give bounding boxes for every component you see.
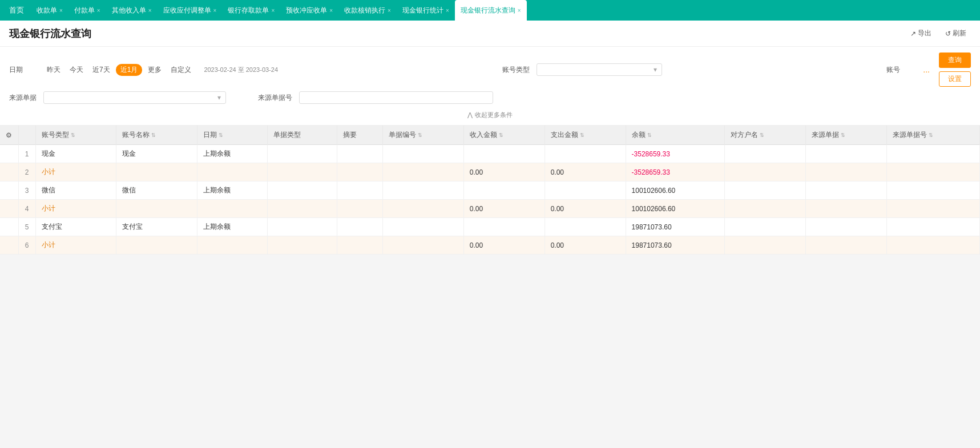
row-gear-cell	[0, 163, 18, 181]
row-source-doc	[805, 145, 886, 163]
query-button[interactable]: 查询	[939, 53, 971, 68]
tab-qita[interactable]: 其他收入单×	[106, 0, 158, 21]
row-balance: 19871073.60	[626, 236, 724, 255]
row-acct-type: 小计	[35, 163, 116, 181]
chevron-down-icon: ▾	[654, 66, 657, 74]
source-doc-no-label: 来源单据号	[258, 93, 292, 103]
tab-yushou-close[interactable]: ×	[329, 7, 333, 14]
tab-yinhang[interactable]: 银行存取款单×	[222, 0, 280, 21]
col-source-no-sort-icon: ⇅	[929, 132, 933, 138]
col-acct-name[interactable]: 账号名称⇅	[116, 126, 197, 145]
row-gear-cell	[0, 145, 18, 163]
row-num-cell: 4	[18, 200, 35, 218]
row-counterpart	[724, 181, 805, 200]
chevron-down-icon2: ▾	[217, 94, 221, 102]
col-gear[interactable]: ⚙	[0, 126, 18, 145]
row-summary	[337, 200, 383, 218]
col-expense-sort-icon: ⇅	[580, 132, 584, 138]
row-income: 0.00	[463, 163, 545, 181]
tab-liushui[interactable]: 现金银行流水查询×	[455, 0, 527, 21]
tab-hexiao[interactable]: 收款核销执行×	[338, 0, 397, 21]
account-type-select[interactable]: ▾	[537, 63, 662, 76]
date-options: 昨天今天近7天近1月更多自定义	[43, 64, 195, 76]
col-doc-type: 单据类型	[267, 126, 337, 145]
tab-tongji[interactable]: 现金银行统计×	[397, 0, 455, 21]
tab-hexiao-close[interactable]: ×	[388, 7, 391, 14]
tab-yingshou[interactable]: 应收应付调整单×	[158, 0, 223, 21]
col-balance[interactable]: 余额⇅	[626, 126, 724, 145]
refresh-icon: ↺	[945, 30, 951, 38]
tab-liushui-close[interactable]: ×	[518, 7, 521, 14]
col-income[interactable]: 收入金额⇅	[463, 126, 545, 145]
col-acct-type[interactable]: 账号类型⇅	[35, 126, 116, 145]
row-source-no	[886, 181, 979, 200]
row-acct-name	[116, 236, 197, 255]
collapse-icon: ⋀	[467, 111, 473, 118]
row-summary	[337, 218, 383, 236]
table-wrap: ⚙账号类型⇅账号名称⇅日期⇅单据类型摘要单据编号⇅收入金额⇅支出金额⇅余额⇅对方…	[0, 126, 980, 255]
settings-button[interactable]: 设置	[939, 71, 971, 87]
tab-yushou[interactable]: 预收冲应收单×	[280, 0, 338, 21]
source-doc-label: 来源单据	[9, 93, 37, 103]
date-opt-month[interactable]: 近1月	[116, 64, 143, 76]
table-row: 3微信微信上期余额100102606.60	[0, 181, 980, 200]
row-doc-no	[382, 200, 463, 218]
row-doc-no	[382, 181, 463, 200]
row-num-cell: 3	[18, 181, 35, 200]
row-acct-name: 微信	[116, 181, 197, 200]
col-num	[18, 126, 35, 145]
row-num-cell: 2	[18, 163, 35, 181]
row-doc-no	[382, 218, 463, 236]
row-acct-type: 微信	[35, 181, 116, 200]
tab-fukuan[interactable]: 付款单×	[68, 0, 106, 21]
row-gear-cell	[0, 218, 18, 236]
row-date: 上期余额	[197, 218, 267, 236]
col-doc-no[interactable]: 单据编号⇅	[382, 126, 463, 145]
tab-yinhang-close[interactable]: ×	[271, 7, 275, 14]
col-date[interactable]: 日期⇅	[197, 126, 267, 145]
main-table: ⚙账号类型⇅账号名称⇅日期⇅单据类型摘要单据编号⇅收入金额⇅支出金额⇅余额⇅对方…	[0, 126, 980, 255]
col-balance-sort-icon: ⇅	[647, 132, 652, 138]
row-source-no	[886, 218, 979, 236]
row-summary	[337, 163, 383, 181]
row-source-doc	[805, 200, 886, 218]
refresh-button[interactable]: ↺ 刷新	[941, 26, 971, 41]
tab-shoukuan-close[interactable]: ×	[59, 7, 63, 14]
source-doc-select[interactable]: ▾	[43, 91, 226, 104]
row-doc-type	[267, 163, 337, 181]
date-opt-custom[interactable]: 自定义	[167, 64, 195, 76]
col-source-no[interactable]: 来源单据号⇅	[886, 126, 979, 145]
col-expense[interactable]: 支出金额⇅	[545, 126, 626, 145]
source-doc-no-input[interactable]	[299, 91, 493, 104]
col-source-doc[interactable]: 来源单据⇅	[805, 126, 886, 145]
col-doc-no-sort-icon: ⇅	[418, 132, 422, 138]
tab-fukuan-close[interactable]: ×	[97, 7, 100, 14]
row-counterpart	[724, 200, 805, 218]
tab-qita-close[interactable]: ×	[148, 7, 152, 14]
row-source-doc	[805, 181, 886, 200]
row-gear-cell	[0, 200, 18, 218]
row-date	[197, 163, 267, 181]
tab-yingshou-close[interactable]: ×	[213, 7, 217, 14]
row-acct-name	[116, 163, 197, 181]
date-opt-yesterday[interactable]: 昨天	[43, 64, 64, 76]
col-acct-name-sort-icon: ⇅	[151, 132, 156, 138]
row-income: 0.00	[463, 200, 545, 218]
row-income	[463, 181, 545, 200]
page-header: 现金银行流水查询 ↗ 导出 ↺ 刷新	[0, 21, 980, 47]
export-button[interactable]: ↗ 导出	[906, 26, 936, 41]
tab-tongji-close[interactable]: ×	[446, 7, 449, 14]
row-counterpart	[724, 218, 805, 236]
row-num-cell: 5	[18, 218, 35, 236]
nav-home[interactable]: 首页	[2, 5, 31, 15]
row-counterpart	[724, 163, 805, 181]
date-opt-more[interactable]: 更多	[144, 64, 165, 76]
tab-shoukuan[interactable]: 收款单×	[31, 0, 68, 21]
date-opt-today[interactable]: 今天	[66, 64, 87, 76]
col-counterpart[interactable]: 对方户名⇅	[724, 126, 805, 145]
account-label: 账号	[886, 65, 914, 75]
date-opt-week[interactable]: 近7天	[89, 64, 114, 76]
collapse-bar[interactable]: ⋀ 收起更多条件	[9, 108, 971, 123]
filter-row-source: 来源单据 ▾ 来源单据号	[9, 91, 971, 104]
account-dots-button[interactable]: ...	[921, 65, 932, 74]
